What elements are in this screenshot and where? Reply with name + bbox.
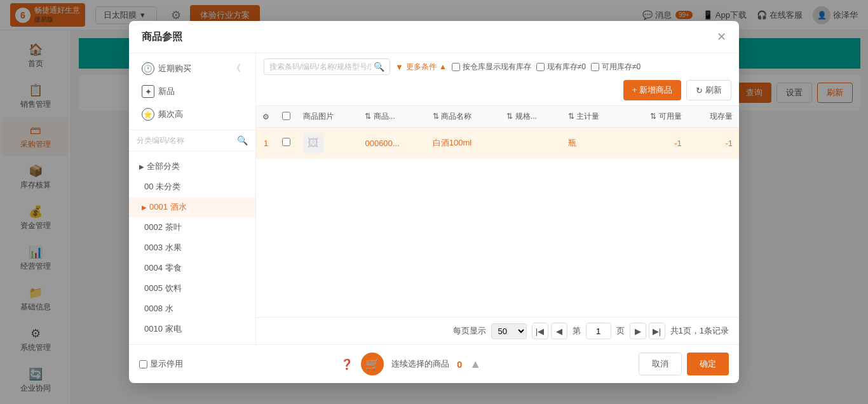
col-image: 商品图片 (297, 106, 358, 128)
table-row[interactable]: 1 🖼 000600... 白酒100ml (256, 128, 739, 159)
recent-purchase-label: 近期购买 (158, 63, 191, 74)
col-spec[interactable]: ⇅ 规格... (500, 106, 562, 128)
col-settings[interactable]: ⚙ (256, 106, 276, 128)
product-search-box: 🔍 (264, 58, 390, 75)
display-disabled-checkbox[interactable]: 显示停用 (139, 358, 183, 370)
col-available[interactable]: ⇅ 可用量 (625, 106, 688, 128)
cat-uncategorized[interactable]: 00 未分类 (129, 177, 255, 197)
cat-snack[interactable]: 0004 零食 (129, 258, 255, 278)
category-search-input[interactable] (137, 136, 233, 145)
modal-left-panel: 🕐 近期购买 《 ✦ 新品 ⭐ 频次高 (129, 53, 256, 344)
warehouse-stock-input[interactable] (452, 63, 460, 71)
product-table: ⚙ 商品图片 ⇅ 商品... (256, 106, 739, 159)
last-page-btn[interactable]: ▶| (649, 323, 665, 339)
row-stock: -1 (688, 128, 739, 159)
cat-beverage[interactable]: 0005 饮料 (129, 278, 255, 299)
modal-close-btn[interactable]: ✕ (717, 30, 726, 44)
pagination: 每页显示 10 20 50 100 |◀ ◀ 第 页 (256, 317, 739, 344)
cat-liquor-label: 0001 酒水 (149, 201, 187, 213)
cat-snack-label: 0004 零食 (144, 262, 182, 274)
existing-stock-input[interactable] (536, 63, 545, 71)
more-filters-btn[interactable]: ▼ 更多条件 ▲ (395, 62, 447, 72)
recent-purchase-tab[interactable]: 🕐 近期购买 《 (137, 58, 248, 79)
row-index: 1 (256, 128, 276, 159)
modal-title: 商品参照 (142, 30, 182, 44)
cat-beverage-label: 0005 饮料 (144, 283, 182, 294)
available-stock-checkbox[interactable]: 可用库存≠0 (591, 62, 641, 72)
refresh-icon: ↻ (696, 86, 703, 95)
col-stock: 现存量 (688, 106, 739, 128)
cat-tea[interactable]: 0002 茶叶 (129, 217, 255, 238)
modal-right-panel: 🔍 ▼ 更多条件 ▲ 按仓库显示现有库存 (256, 53, 739, 344)
category-search-icon[interactable]: 🔍 (237, 135, 248, 145)
page-nav: |◀ ◀ 第 页 ▶ ▶| (532, 323, 665, 339)
cat-water[interactable]: 0008 水 (129, 299, 255, 319)
col-checkbox[interactable] (276, 106, 297, 128)
product-thumbnail: 🖼 (303, 133, 323, 153)
high-frequency-tab[interactable]: ⭐ 频次高 (137, 104, 248, 125)
selected-count: 0 (457, 359, 462, 370)
cat-liquor[interactable]: ▶ 0001 酒水 (129, 197, 255, 217)
page-label: 第 (573, 325, 581, 337)
col-unit[interactable]: ⇅ 主计量 (562, 106, 625, 128)
prev-page-btn[interactable]: ◀ (551, 323, 567, 339)
help-icon[interactable]: ❓ (341, 358, 353, 370)
sort-icon-spec: ⇅ (506, 112, 513, 121)
cart-btn[interactable]: 🛒 (361, 353, 384, 375)
new-products-tab[interactable]: ✦ 新品 (137, 81, 248, 102)
available-stock-input[interactable] (591, 63, 599, 71)
existing-stock-checkbox[interactable]: 现有库存≠0 (536, 62, 586, 72)
per-page-select[interactable]: 10 20 50 100 (491, 323, 527, 339)
col-name[interactable]: ⇅ 商品名称 (426, 106, 501, 128)
sort-icon-available: ⇅ (650, 112, 656, 121)
per-page-label: 每页显示 (453, 325, 486, 337)
freq-tab-icon: ⭐ (142, 108, 154, 121)
display-disabled-label: 显示停用 (150, 358, 183, 370)
modal-toolbar: 🔍 ▼ 更多条件 ▲ 按仓库显示现有库存 (256, 53, 739, 106)
row-name: 白酒100ml (426, 128, 501, 159)
display-disabled-input[interactable] (139, 360, 147, 368)
product-search-input[interactable] (269, 62, 371, 71)
total-info: 共1页，1条记录 (670, 325, 729, 337)
modal-overlay: 商品参照 ✕ 🕐 近期购买 《 ✦ 新品 (0, 0, 868, 404)
cat-appliance[interactable]: 0010 家电 (129, 319, 255, 339)
new-tab-icon: ✦ (142, 85, 154, 98)
page-number-input[interactable] (586, 323, 611, 339)
category-list: ▶ 全部分类 00 未分类 ▶ 0001 酒水 0002 茶叶 (129, 151, 255, 344)
cat-water-label: 0008 水 (144, 303, 173, 314)
filter-icon: ▼ (395, 62, 403, 72)
modal-body: 🕐 近期购买 《 ✦ 新品 ⭐ 频次高 (129, 53, 739, 344)
row-image: 🖼 (297, 128, 358, 159)
selected-text: 连续选择的商品 (391, 358, 449, 370)
cat-all[interactable]: ▶ 全部分类 (129, 156, 255, 177)
category-search-bar: 🔍 (129, 130, 255, 151)
existing-stock-label: 现有库存≠0 (547, 62, 586, 72)
recent-tab-icon: 🕐 (142, 62, 154, 75)
col-code[interactable]: ⇅ 商品... (358, 106, 426, 128)
add-product-btn[interactable]: + 新增商品 (623, 80, 681, 100)
cat-fruit[interactable]: 0003 水果 (129, 238, 255, 258)
confirm-btn[interactable]: 确定 (687, 353, 729, 375)
row-select-checkbox[interactable] (282, 138, 290, 146)
next-page-btn[interactable]: ▶ (630, 323, 646, 339)
sort-icon-unit: ⇅ (568, 112, 574, 121)
footer-collapse-btn[interactable]: ▲ (470, 358, 481, 371)
row-code: 000600... (358, 128, 426, 159)
new-products-label: 新品 (158, 86, 175, 97)
row-checkbox[interactable] (276, 128, 297, 159)
filter-collapse-icon: ▲ (439, 62, 447, 71)
left-tabs: 🕐 近期购买 《 ✦ 新品 ⭐ 频次高 (129, 53, 255, 130)
row-spec (500, 128, 562, 159)
modal-footer: 显示停用 ❓ 🛒 连续选择的商品 0 ▲ 取消 确定 (129, 344, 739, 383)
product-search-icon[interactable]: 🔍 (374, 62, 384, 72)
high-frequency-label: 频次高 (158, 109, 183, 120)
select-all-checkbox[interactable] (282, 112, 290, 120)
cat-fruit-label: 0003 水果 (144, 242, 182, 253)
refresh-btn[interactable]: ↻ 刷新 (686, 80, 731, 100)
row-available: -1 (625, 128, 688, 159)
cancel-btn[interactable]: 取消 (639, 353, 682, 375)
collapse-left-btn[interactable]: 《 (230, 62, 243, 75)
available-stock-label: 可用库存≠0 (602, 62, 641, 72)
first-page-btn[interactable]: |◀ (532, 323, 548, 339)
warehouse-stock-checkbox[interactable]: 按仓库显示现有库存 (452, 62, 531, 72)
